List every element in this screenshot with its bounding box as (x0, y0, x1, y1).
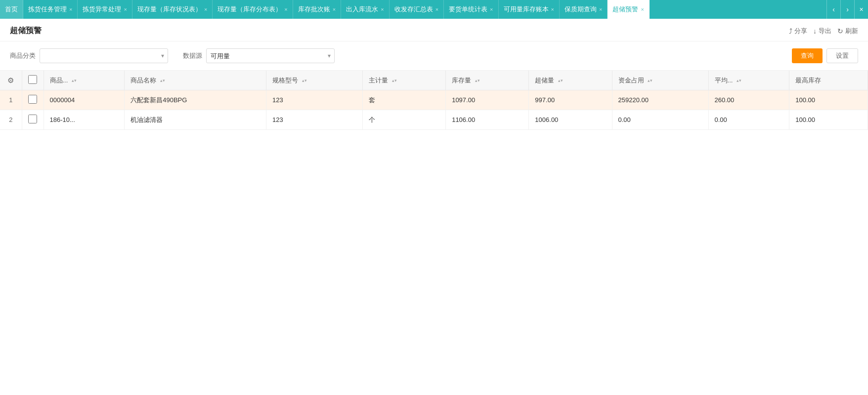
close-icon-recv-summary[interactable]: × (435, 6, 438, 12)
row-stock: 1097.00 (446, 90, 529, 110)
share-button[interactable]: ⤴ 分享 (789, 27, 807, 36)
row-max-stock: 100.00 (789, 110, 868, 130)
row-avg: 0.00 (708, 110, 789, 130)
col-label-stock: 库存量 (452, 77, 471, 84)
row-capital: 0.00 (612, 110, 708, 130)
page-header: 超储预警 ⤴ 分享 ↓ 导出 ↻ 刷新 (0, 19, 868, 41)
nav-arrows: ‹ › × (826, 0, 868, 19)
row-spec: 123 (266, 90, 362, 110)
row-checkbox-cell[interactable] (22, 110, 43, 130)
col-header-max-stock[interactable]: 最高库存 (789, 71, 868, 90)
nav-item-recv-summary[interactable]: 收发存汇总表 × (390, 0, 444, 19)
sort-icon-stock[interactable]: ▴▾ (475, 79, 480, 83)
query-button[interactable]: 查询 (792, 48, 823, 63)
col-label-product-name: 商品名称 (130, 77, 156, 84)
close-icon-task-mgmt[interactable]: × (69, 6, 72, 12)
share-icon: ⤴ (789, 27, 792, 35)
col-header-overstock[interactable]: 超储量 ▴▾ (529, 71, 612, 90)
row-stock: 1106.00 (446, 110, 529, 130)
nav-item-avail-account[interactable]: 可用量库存账本 × (499, 0, 560, 19)
row-overstock: 997.00 (529, 90, 612, 110)
table-header-row: ⚙ 商品... ▴▾ 商品名称 ▴▾ 规格型号 ▴▾ (0, 71, 868, 90)
gear-icon[interactable]: ⚙ (7, 76, 14, 84)
col-header-unit[interactable]: 主计量 ▴▾ (362, 71, 445, 90)
row-spec: 123 (266, 110, 362, 130)
nav-arrow-left-button[interactable]: ‹ (826, 0, 840, 19)
nav-item-inventory-dist[interactable]: 现存量（库存分布表） × (213, 0, 293, 19)
nav-item-batch-account[interactable]: 库存批次账 × (293, 0, 341, 19)
nav-item-order-stat[interactable]: 要货单统计表 × (444, 0, 498, 19)
sort-icon-unit[interactable]: ▴▾ (392, 79, 397, 83)
page-title: 超储预警 (10, 26, 42, 36)
close-icon-quality-check[interactable]: × (599, 6, 602, 12)
settings-button[interactable]: 设置 (826, 48, 858, 63)
row-product-name: 机油滤清器 (125, 110, 266, 130)
nav-item-abnormal[interactable]: 拣货异常处理 × (78, 0, 132, 19)
refresh-button[interactable]: ↻ 刷新 (837, 27, 858, 36)
col-header-product-code[interactable]: 商品... ▴▾ (43, 71, 125, 90)
col-header-stock[interactable]: 库存量 ▴▾ (446, 71, 529, 90)
nav-item-inout-flow[interactable]: 出入库流水 × (341, 0, 389, 19)
col-header-checkbox[interactable] (22, 71, 43, 90)
row-index: 1 (0, 90, 22, 110)
nav-label-task-mgmt: 拣货任务管理 (28, 5, 67, 14)
nav-label-home: 首页 (5, 5, 18, 14)
col-header-product-name[interactable]: 商品名称 ▴▾ (125, 71, 266, 90)
nav-label-overstock-warning: 超储预警 (612, 5, 638, 14)
nav-label-inventory-dist: 现存量（库存分布表） (217, 5, 282, 14)
col-header-spec[interactable]: 规格型号 ▴▾ (266, 71, 362, 90)
nav-item-overstock-warning[interactable]: 超储预警 × (608, 0, 649, 19)
sort-icon-capital[interactable]: ▴▾ (648, 79, 652, 83)
nav-label-quality-check: 保质期查询 (564, 5, 597, 14)
col-header-avg[interactable]: 平均... ▴▾ (708, 71, 789, 90)
filter-area: 商品分类 数据源 可用量 库存量 查询 设置 (0, 41, 868, 71)
export-button[interactable]: ↓ 导出 (813, 27, 831, 36)
table-body: 1 0000004 六配套新昌490BPG 123 套 1097.00 997.… (0, 90, 868, 130)
nav-close-button[interactable]: × (854, 0, 868, 19)
close-icon-avail-account[interactable]: × (551, 6, 554, 12)
top-navigation: 首页 拣货任务管理 × 拣货异常处理 × 现存量（库存状况表） × 现存量（库存… (0, 0, 868, 19)
close-icon-inout-flow[interactable]: × (381, 6, 384, 12)
nav-label-order-stat: 要货单统计表 (449, 5, 487, 14)
category-select[interactable] (40, 48, 168, 63)
close-icon-abnormal[interactable]: × (124, 6, 127, 12)
page-actions: ⤴ 分享 ↓ 导出 ↻ 刷新 (789, 27, 858, 36)
filter-group-datasource: 数据源 可用量 库存量 (183, 48, 335, 63)
nav-item-home[interactable]: 首页 (0, 0, 23, 19)
row-unit: 个 (362, 110, 445, 130)
refresh-label: 刷新 (845, 27, 858, 36)
col-label-max-stock: 最高库存 (795, 77, 821, 84)
nav-item-quality-check[interactable]: 保质期查询 × (560, 0, 608, 19)
sort-icon-product-name[interactable]: ▴▾ (160, 79, 165, 83)
close-icon-order-stat[interactable]: × (490, 6, 493, 12)
select-all-checkbox[interactable] (28, 75, 37, 84)
nav-item-task-mgmt[interactable]: 拣货任务管理 × (23, 0, 78, 19)
row-checkbox[interactable] (28, 95, 37, 104)
sort-icon-overstock[interactable]: ▴▾ (558, 79, 563, 83)
row-index: 2 (0, 110, 22, 130)
sort-icon-spec[interactable]: ▴▾ (302, 79, 307, 83)
row-product-code: 186-10... (43, 110, 125, 130)
nav-arrow-right-button[interactable]: › (840, 0, 854, 19)
close-icon-inventory-status[interactable]: × (204, 6, 207, 12)
export-label: 导出 (819, 27, 831, 36)
sort-icon-product-code[interactable]: ▴▾ (72, 79, 77, 83)
datasource-select[interactable]: 可用量 库存量 (206, 48, 335, 63)
export-icon: ↓ (813, 27, 817, 35)
nav-item-inventory-status[interactable]: 现存量（库存状况表） × (132, 0, 213, 19)
col-header-gear[interactable]: ⚙ (0, 71, 22, 90)
sort-icon-avg[interactable]: ▴▾ (737, 79, 741, 83)
row-checkbox-cell[interactable] (22, 90, 43, 110)
close-icon-inventory-dist[interactable]: × (284, 6, 287, 12)
row-checkbox[interactable] (28, 115, 37, 123)
row-product-name: 六配套新昌490BPG (125, 90, 266, 110)
close-icon-overstock-warning[interactable]: × (641, 6, 644, 12)
row-unit: 套 (362, 90, 445, 110)
row-overstock: 1006.00 (529, 110, 612, 130)
col-label-unit: 主计量 (369, 77, 388, 84)
data-table: ⚙ 商品... ▴▾ 商品名称 ▴▾ 规格型号 ▴▾ (0, 71, 868, 130)
row-capital: 259220.00 (612, 90, 708, 110)
close-icon-batch-account[interactable]: × (333, 6, 336, 12)
nav-label-inout-flow: 出入库流水 (346, 5, 378, 14)
col-header-capital[interactable]: 资金占用 ▴▾ (612, 71, 708, 90)
